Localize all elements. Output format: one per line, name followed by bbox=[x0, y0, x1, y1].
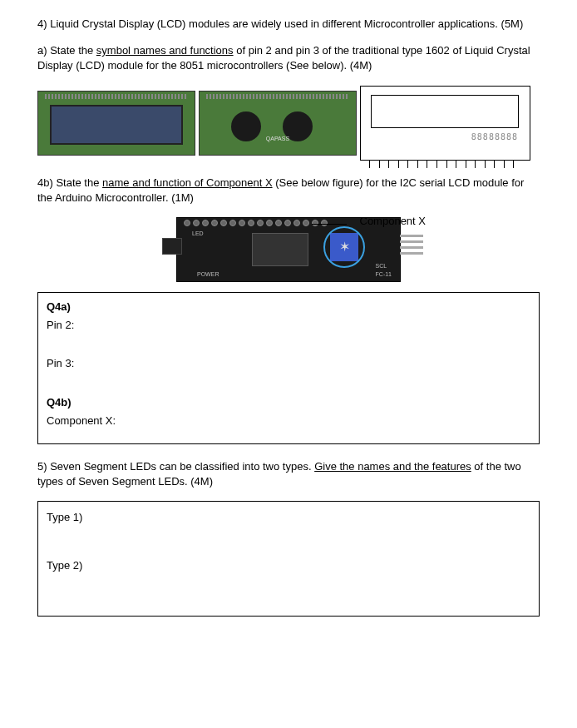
i2c-potentiometer: ✶ bbox=[330, 233, 358, 261]
q4a-pre: a) State the bbox=[37, 44, 96, 57]
q5-pre: 5) Seven Segment LEDs can be classified … bbox=[37, 460, 314, 473]
i2c-text: SCLFC-11 bbox=[376, 262, 392, 279]
lcd-screen bbox=[50, 105, 183, 145]
q4b-underline: name and function of Component X bbox=[102, 176, 273, 189]
lcd-image-row: QAPASS 88888888 bbox=[37, 86, 540, 161]
i2c-image-row: LED ✶ SCLFC-11 POWER Component X bbox=[37, 217, 540, 282]
q4a-pin2: Pin 2: bbox=[47, 318, 530, 333]
q5-text: 5) Seven Segment LEDs can be classified … bbox=[37, 459, 540, 489]
lcd-diagram-screen bbox=[371, 95, 519, 128]
q4a-heading: Q4a) bbox=[47, 300, 530, 314]
i2c-led-label: LED bbox=[192, 230, 204, 238]
lcd-diagram: 88888888 bbox=[360, 86, 530, 161]
i2c-header-pins bbox=[400, 235, 423, 255]
q4b-heading: Q4b) bbox=[47, 395, 530, 410]
component-x-leader bbox=[312, 224, 347, 225]
lcd-front-image bbox=[37, 91, 195, 156]
lcd-blob-1 bbox=[231, 111, 261, 141]
q4a-text: a) State the symbol names and functions … bbox=[37, 43, 540, 73]
q5-type2: Type 2) bbox=[47, 558, 530, 573]
q5-type1: Type 1) bbox=[47, 510, 530, 525]
component-x-label: Component X bbox=[360, 214, 427, 229]
q5-underline: Give the names and the features bbox=[314, 460, 471, 473]
q4a-pin3: Pin 3: bbox=[47, 356, 530, 371]
q4-answer-box: Q4a) Pin 2: Pin 3: Q4b) Component X: bbox=[37, 292, 540, 444]
q5-answer-box: Type 1) Type 2) bbox=[37, 501, 540, 616]
q4b-text: 4b) State the name and function of Compo… bbox=[37, 176, 540, 206]
lcd-diagram-digits: 88888888 bbox=[471, 131, 518, 143]
q4b-componentx: Component X: bbox=[47, 414, 530, 428]
q4a-underline: symbol names and functions bbox=[96, 44, 234, 57]
q4b-pre: 4b) State the bbox=[37, 176, 102, 189]
lcd-back-image: QAPASS bbox=[199, 91, 357, 156]
i2c-jack bbox=[162, 238, 182, 255]
i2c-chip bbox=[252, 233, 308, 266]
lcd-diagram-pins bbox=[369, 160, 521, 170]
i2c-power-label: POWER bbox=[197, 270, 219, 279]
q4-intro: 4) Liquid Crystal Display (LCD) modules … bbox=[37, 17, 540, 32]
lcd-back-label: QAPASS bbox=[266, 135, 289, 143]
